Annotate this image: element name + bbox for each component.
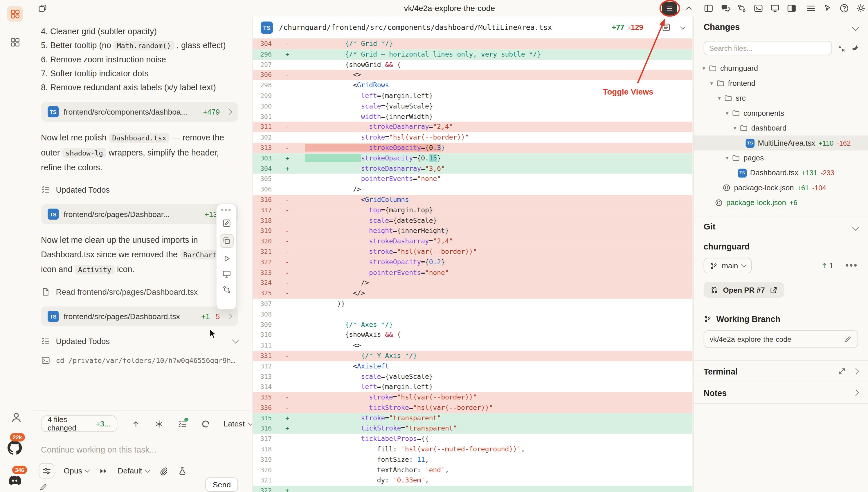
line-number: 306 [253, 70, 277, 80]
fast-forward-button[interactable] [99, 466, 108, 475]
send-button[interactable]: Send [206, 477, 238, 492]
expand-icon[interactable] [838, 367, 846, 375]
tree-file-row[interactable]: TSMultiLineArea.tsx+110-162 [694, 136, 868, 150]
assistant-paragraph: Now let me clean up the unused imports i… [41, 233, 238, 277]
menu-button[interactable] [806, 3, 816, 13]
diff-sign [277, 101, 297, 112]
mode-dropdown[interactable]: Default [118, 466, 149, 475]
git-more-button[interactable]: ••• [845, 261, 858, 270]
collapse-diff-button[interactable] [681, 22, 684, 32]
updated-todos-row[interactable]: Updated Todos [41, 185, 238, 194]
diff-line: 306- <> [253, 70, 693, 80]
attach-button[interactable] [159, 466, 168, 475]
collapse-topbar-button[interactable] [684, 3, 694, 13]
workspace-dashboard-button[interactable] [7, 6, 23, 22]
terminal-command-row[interactable]: cd /private/var/folders/10/h7w0q46556ggr… [41, 356, 238, 365]
mode-label: Default [118, 466, 142, 475]
add-stat: +61 [797, 184, 809, 192]
assistant-paragraph: Now let me polish Dashboard.tsx — remove… [41, 130, 238, 175]
discord-button[interactable] [7, 472, 22, 487]
read-file-row[interactable]: Read frontend/src/pages/Dashboard.tsx [41, 287, 238, 296]
tree-folder-row[interactable]: ▾dashboard [694, 121, 868, 136]
grid-view-button[interactable] [7, 34, 23, 50]
account-button[interactable] [8, 409, 24, 425]
tree-file-row[interactable]: package-lock.json+61-104 [694, 180, 868, 195]
left-rail: 22k 346 [0, 0, 31, 492]
pointer-mode-button[interactable] [823, 3, 832, 13]
code-text: strokeDasharray="2,4" [297, 237, 693, 247]
assistant-list-item: 7. Softer tooltip indicator dots [41, 67, 238, 80]
ahead-indicator: 1 [820, 262, 833, 270]
notes-section-header[interactable]: Notes [694, 382, 868, 403]
tree-folder-row[interactable]: ▾churnguard [694, 61, 868, 76]
model-dropdown[interactable]: Opus [64, 466, 89, 475]
toggle-left-panel-button[interactable] [704, 3, 713, 13]
auto-mode-button[interactable] [155, 419, 164, 428]
changes-section-header[interactable]: Changes [694, 17, 868, 38]
folder-icon [709, 64, 717, 73]
file-diff-chip[interactable]: TSfrontend/src/pages/Dashboard.tsx+1-5 [41, 306, 238, 326]
inline-diff-toggle-button[interactable] [662, 23, 671, 32]
todos-button[interactable] [178, 419, 187, 428]
tree-folder-row[interactable]: ▾components [694, 105, 868, 120]
toggle-preview-button[interactable] [770, 3, 780, 13]
line-number: 314 [253, 382, 277, 392]
latest-dropdown[interactable]: Latest [224, 419, 252, 428]
collapse-tree-button[interactable] [838, 44, 846, 52]
diff-sign: - [277, 216, 297, 226]
experiments-button[interactable] [178, 466, 187, 475]
help-icon [839, 3, 849, 13]
github-button[interactable] [7, 440, 22, 455]
code-text: stroke="transparent" [297, 413, 693, 423]
code-text: tickStroke="hsl(var(--border))" [297, 403, 693, 413]
chevron-down-icon [248, 420, 252, 425]
model-settings-button[interactable] [39, 463, 54, 478]
toggle-diff-button[interactable] [737, 3, 747, 13]
panel-split-icon [787, 3, 797, 13]
tree-folder-row[interactable]: ▾frontend [694, 76, 868, 91]
tree-folder-row[interactable]: ▾pages [694, 151, 868, 165]
help-button[interactable] [839, 3, 849, 13]
palette-rename-button[interactable] [222, 218, 231, 228]
diff-line: 331- {/* Y Axis */} [253, 351, 693, 361]
updated-todos-row[interactable]: Updated Todos [41, 336, 238, 345]
search-files-input[interactable] [704, 41, 832, 55]
diff-line: 314 left={margin.left} [253, 382, 693, 392]
watch-mode-button[interactable] [851, 43, 861, 54]
palette-copy-button[interactable] [222, 236, 231, 245]
deletions-count: -129 [628, 23, 643, 32]
chat-input[interactable] [41, 445, 241, 454]
tree-file-row[interactable]: TSDashboard.tsx+131-233 [694, 165, 868, 180]
diff-sign [277, 371, 297, 382]
assistant-list-item: 5. Better tooltip (no Math.random() , gl… [41, 38, 238, 53]
draw-annotation-icon[interactable] [39, 483, 48, 492]
tree-file-row[interactable]: package-lock.json+6 [694, 195, 868, 210]
file-diff-chip[interactable]: TSfrontend/src/components/dashboa...+479 [41, 102, 238, 122]
json-file-icon [722, 183, 731, 192]
line-number: 319 [253, 226, 277, 237]
terminal-section-header[interactable]: Terminal [694, 361, 868, 382]
toggle-views-button[interactable] [662, 2, 677, 16]
palette-more-button[interactable]: ••• [221, 208, 232, 212]
toggle-split-view-button[interactable] [787, 3, 797, 13]
pencil-icon[interactable] [844, 335, 852, 343]
palette-preview-button[interactable] [222, 270, 231, 279]
open-pr-button[interactable]: Open PR #7 [704, 282, 784, 298]
git-section-header[interactable]: Git [694, 216, 868, 237]
palette-diff-button[interactable] [222, 285, 231, 294]
tree-folder-row[interactable]: ▾src [694, 91, 868, 105]
toggle-chat-button[interactable] [720, 3, 730, 13]
working-branch-field[interactable]: vk/4e2a-explore-the-code [704, 330, 858, 348]
files-changed-pill[interactable]: 4 files changed +3... [41, 415, 117, 432]
del-stat: -233 [820, 169, 834, 177]
scroll-to-top-button[interactable] [131, 419, 141, 428]
settings-button[interactable] [856, 3, 866, 13]
toggle-terminal-button[interactable] [753, 3, 763, 13]
palette-run-button[interactable] [222, 254, 231, 263]
diff-line: 325- </> [253, 288, 693, 299]
branch-dropdown[interactable]: main [704, 258, 752, 273]
chevron-right-icon [226, 108, 233, 115]
file-diff-chip[interactable]: TSfrontend/src/pages/Dashboar...+130-2 [41, 204, 238, 224]
line-number: 320 [253, 237, 277, 247]
line-number: 315 [253, 413, 277, 423]
